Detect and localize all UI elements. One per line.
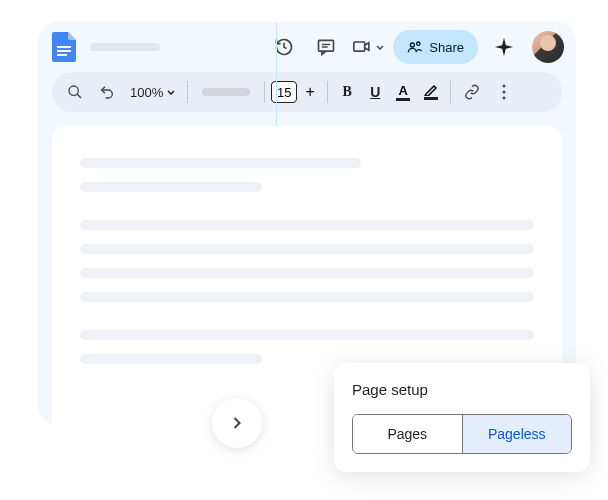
zoom-dropdown[interactable]: 100% (124, 85, 181, 100)
toolbar: 100% 15 + B U A (52, 72, 562, 112)
expand-button[interactable] (212, 398, 262, 448)
divider (187, 81, 188, 103)
text-line (80, 268, 534, 278)
share-button[interactable]: Share (393, 30, 478, 64)
svg-point-7 (411, 43, 415, 47)
page-setup-popup: Page setup Pages Pageless (334, 363, 590, 472)
font-size-group: 15 + (271, 81, 321, 103)
highlight-button[interactable] (418, 79, 444, 105)
svg-line-10 (77, 94, 81, 98)
divider (450, 81, 451, 103)
sparkle-icon[interactable] (488, 31, 520, 63)
docs-logo-icon[interactable] (52, 30, 78, 64)
link-icon[interactable] (457, 77, 487, 107)
font-size-increase-icon[interactable]: + (299, 81, 321, 103)
zoom-value: 100% (130, 85, 163, 100)
text-line (80, 292, 534, 302)
svg-point-9 (69, 86, 78, 95)
svg-point-12 (503, 91, 506, 94)
svg-rect-2 (57, 54, 67, 56)
svg-rect-1 (57, 50, 71, 52)
text-color-button[interactable]: A (390, 79, 416, 105)
search-icon[interactable] (60, 77, 90, 107)
text-line (80, 158, 361, 168)
comments-icon[interactable] (309, 30, 343, 64)
bold-button[interactable]: B (334, 79, 360, 105)
text-line (80, 220, 534, 230)
svg-point-11 (503, 85, 506, 88)
undo-icon[interactable] (92, 77, 122, 107)
text-line (80, 330, 534, 340)
text-line (80, 244, 534, 254)
avatar[interactable] (532, 31, 564, 63)
text-line (80, 354, 262, 364)
svg-rect-3 (319, 40, 334, 51)
style-placeholder[interactable] (202, 88, 250, 96)
video-call-icon[interactable] (351, 30, 385, 64)
svg-rect-0 (57, 46, 71, 48)
svg-point-13 (503, 97, 506, 100)
svg-rect-6 (354, 42, 365, 51)
pages-option[interactable]: Pages (353, 415, 463, 453)
document-title-placeholder[interactable] (90, 43, 160, 51)
share-label: Share (429, 40, 464, 55)
divider (264, 81, 265, 103)
text-line (80, 182, 262, 192)
header: Share (38, 22, 576, 72)
underline-button[interactable]: U (362, 79, 388, 105)
svg-point-8 (417, 42, 420, 45)
page-setup-segmented: Pages Pageless (352, 414, 572, 454)
history-icon[interactable] (267, 30, 301, 64)
more-icon[interactable] (489, 77, 519, 107)
pageless-option[interactable]: Pageless (463, 415, 572, 453)
divider (327, 81, 328, 103)
popup-title: Page setup (352, 381, 572, 398)
